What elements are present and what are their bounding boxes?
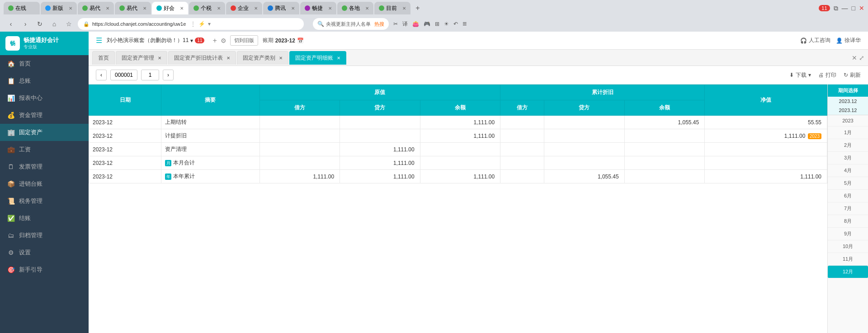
- refresh-button[interactable]: ↻ 刷新: [844, 71, 861, 79]
- sidebar-item-设置[interactable]: ⚙设置: [0, 244, 89, 261]
- forward-button[interactable]: ›: [20, 19, 31, 29]
- sidebar-item-首页[interactable]: 🏠首页: [0, 55, 89, 72]
- page-tab-close-4[interactable]: ✕: [337, 56, 340, 61]
- window-close-icon[interactable]: ✕: [859, 5, 864, 12]
- dropdown-icon[interactable]: ▾: [208, 21, 211, 27]
- record-input[interactable]: [110, 70, 137, 80]
- new-tab-button[interactable]: +: [411, 2, 424, 14]
- cell-acc-balance-1: [624, 129, 705, 143]
- dropdown-arrow-icon[interactable]: ▾: [190, 38, 193, 44]
- settings-icon[interactable]: ⚙: [221, 37, 226, 44]
- sidebar-item-归档管理[interactable]: 🗂归档管理: [0, 227, 89, 244]
- browser-tab-9[interactable]: 各地✕: [337, 2, 373, 14]
- download-button[interactable]: ⬇ 下载 ▾: [789, 71, 811, 79]
- back-button[interactable]: ‹: [5, 19, 16, 29]
- address-bar[interactable]: 🔒 https://cloud.chanjet.com/accounting/u…: [78, 18, 304, 30]
- sidebar-item-发票管理[interactable]: 🗒发票管理: [0, 158, 89, 175]
- undo-icon[interactable]: ↶: [453, 21, 458, 27]
- period-item-8[interactable]: 8月: [828, 215, 868, 228]
- period-item-6[interactable]: 6月: [828, 190, 868, 202]
- browser-tab-6[interactable]: 企业✕: [226, 2, 262, 14]
- calendar-icon[interactable]: 📅: [297, 38, 304, 44]
- sidebar-item-总账[interactable]: 📋总账: [0, 72, 89, 89]
- cell-orig-balance-0: 1,111.00: [420, 116, 500, 129]
- reload-button[interactable]: ↻: [34, 19, 45, 29]
- customer-service[interactable]: 🎧 人工咨询: [800, 37, 830, 44]
- tab-close-2[interactable]: ✕: [106, 6, 109, 11]
- browser-tab-0[interactable]: 在线: [4, 2, 40, 14]
- window-maximize-icon[interactable]: □: [852, 5, 855, 12]
- browser-tab-8[interactable]: 畅捷✕: [300, 2, 336, 14]
- period-item-4[interactable]: 4月: [828, 164, 868, 177]
- expand-icon[interactable]: ⤢: [859, 54, 864, 61]
- page-tab-label-4: 固定资产明细账: [295, 54, 333, 62]
- period-item-1[interactable]: 1月: [828, 127, 868, 139]
- sidebar-item-新手引导[interactable]: 🎯新手引导: [0, 261, 89, 278]
- page-tab-close-3[interactable]: ✕: [279, 56, 283, 61]
- switch-version-button[interactable]: 切到旧版: [230, 35, 258, 46]
- browser-tab-3[interactable]: 易代✕: [115, 2, 151, 14]
- sidebar-item-资金管理[interactable]: 💰资金管理: [0, 107, 89, 124]
- page-tab-1[interactable]: 固定资产管理✕: [116, 51, 167, 65]
- add-button[interactable]: +: [212, 37, 217, 45]
- sidebar-item-进销台账[interactable]: 📦进销台账: [0, 175, 89, 192]
- period-item-10[interactable]: 10月: [828, 240, 868, 253]
- browser-tab-10[interactable]: 目前✕: [374, 2, 410, 14]
- pagination-bar: ‹ › ⬇ 下载 ▾ 🖨 打印 ↻ 刷新: [89, 66, 868, 84]
- tab-close-10[interactable]: ✕: [402, 6, 406, 11]
- window-restore-icon[interactable]: ⧉: [834, 5, 838, 12]
- browser-tab-4[interactable]: 好会✕: [152, 2, 188, 14]
- browser-tab-7[interactable]: 腾讯✕: [263, 2, 299, 14]
- period-item-0[interactable]: 2023: [828, 115, 868, 127]
- page-tab-0[interactable]: 首页: [92, 51, 115, 65]
- user-avatar[interactable]: 👤 徐译华: [836, 37, 861, 44]
- tab-close-1[interactable]: ✕: [69, 6, 72, 11]
- period-item-9[interactable]: 9月: [828, 228, 868, 240]
- tab-close-8[interactable]: ✕: [328, 6, 332, 11]
- tab-close-6[interactable]: ✕: [254, 6, 258, 11]
- scissors-icon[interactable]: ✂: [393, 21, 398, 27]
- print-button[interactable]: 🖨 打印: [818, 71, 836, 79]
- bookmark-button[interactable]: ☆: [63, 19, 74, 29]
- sidebar-item-固定资产[interactable]: 🏢固定资产: [0, 124, 89, 141]
- next-button[interactable]: ›: [163, 70, 174, 80]
- page-tab-close-1[interactable]: ✕: [158, 56, 161, 61]
- search-box[interactable]: 🔍 央视更新主持人名单 热搜: [313, 18, 389, 30]
- wallet-icon[interactable]: 👛: [412, 21, 419, 27]
- sidebar-item-工资[interactable]: 💼工资: [0, 141, 89, 158]
- prev-button[interactable]: ‹: [96, 70, 107, 80]
- game-icon[interactable]: 🎮: [424, 21, 430, 27]
- tab-close-4[interactable]: ✕: [180, 6, 184, 11]
- sidebar-item-结账[interactable]: ✅结账: [0, 210, 89, 227]
- page-tab-4[interactable]: 固定资产明细账✕: [289, 51, 346, 65]
- brightness-icon[interactable]: ☀: [444, 21, 449, 27]
- browser-tab-2[interactable]: 易代✕: [78, 2, 114, 14]
- grid-icon[interactable]: ⊞: [435, 21, 439, 27]
- home-button[interactable]: ⌂: [49, 19, 60, 29]
- menu-icon-9: ✅: [7, 215, 14, 222]
- period-item-11[interactable]: 11月: [828, 253, 868, 266]
- page-input[interactable]: [141, 70, 159, 80]
- browser-tab-1[interactable]: 新版✕: [41, 2, 77, 14]
- tab-close-7[interactable]: ✕: [291, 6, 295, 11]
- tab-close-9[interactable]: ✕: [365, 6, 369, 11]
- period-item-12[interactable]: 12月: [828, 266, 868, 278]
- menu-icon[interactable]: ≡: [462, 20, 467, 28]
- translate-icon[interactable]: 译: [402, 20, 408, 28]
- page-tab-3[interactable]: 固定资产类别✕: [237, 51, 288, 65]
- print-icon: 🖨: [818, 72, 824, 78]
- window-minimize-icon[interactable]: —: [842, 5, 848, 12]
- tab-close-5[interactable]: ✕: [217, 6, 221, 11]
- close-all-icon[interactable]: ✕: [852, 54, 857, 61]
- sidebar-item-报表中心[interactable]: 📊报表中心: [0, 89, 89, 107]
- page-tab-close-2[interactable]: ✕: [226, 56, 230, 61]
- sidebar-item-税务管理[interactable]: 📜税务管理: [0, 192, 89, 210]
- period-item-7[interactable]: 7月: [828, 202, 868, 215]
- page-tab-2[interactable]: 固定资产折旧统计表✕: [168, 51, 236, 65]
- table-row: 2023-12 计提折旧 1,111.00 1,111.00 2023: [89, 129, 827, 143]
- period-item-3[interactable]: 3月: [828, 152, 868, 164]
- period-item-5[interactable]: 5月: [828, 177, 868, 190]
- browser-tab-5[interactable]: 个税✕: [189, 2, 225, 14]
- tab-close-3[interactable]: ✕: [143, 6, 146, 11]
- period-item-2[interactable]: 2月: [828, 139, 868, 152]
